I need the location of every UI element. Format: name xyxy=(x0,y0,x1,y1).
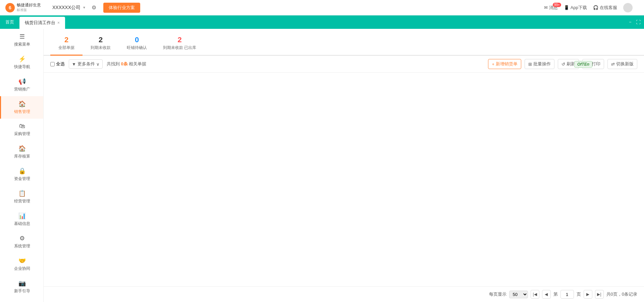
print-label: 打印 xyxy=(592,61,600,67)
guide-icon: 📷 xyxy=(18,280,26,287)
sidebar: ☰ 搜索菜单 ⚡ 快捷导航 📢 营销推广 🏠 销售管理 🛍 采购管理 🏠 库存核… xyxy=(0,29,44,302)
sidebar-item-purchase[interactable]: 🛍 采购管理 xyxy=(0,119,43,141)
batch-operation-button[interactable]: ⊞ 批量操作 xyxy=(525,59,554,69)
stat-label-overdue-out: 到期未收款 已出库 xyxy=(163,45,196,51)
tab-maximize-icon[interactable]: ⛶ xyxy=(636,19,641,25)
stat-num-overdue: 2 xyxy=(91,36,111,44)
app-download-label: App下载 xyxy=(571,5,587,11)
total-info: 共0页，0条记录 xyxy=(606,291,637,297)
add-order-label: 新增销货单 xyxy=(496,61,518,67)
tab-work-label: 钱货日清工作台 xyxy=(25,20,55,26)
logo-sub: 标准版 xyxy=(17,8,41,12)
sidebar-item-sales[interactable]: 🏠 销售管理 xyxy=(0,96,43,119)
message-button[interactable]: ✉ 消息 99+ xyxy=(544,5,558,11)
tab-minimize-icon[interactable]: － xyxy=(628,19,633,25)
finance-icon: 🔒 xyxy=(18,167,26,175)
last-page-button[interactable]: ▶| xyxy=(595,290,604,299)
select-all-label: 全选 xyxy=(56,61,65,67)
sidebar-item-search[interactable]: ☰ 搜索菜单 xyxy=(0,29,43,51)
tab-work[interactable]: 钱货日清工作台 × xyxy=(19,17,65,29)
stat-label-all: 全部单据 xyxy=(58,45,74,51)
sidebar-label-guide: 新手引导 xyxy=(14,288,30,294)
page-size-label: 每页显示 xyxy=(489,291,506,297)
switch-icon: ⇄ xyxy=(611,62,615,67)
stat-tab-pending[interactable]: 0 旺铺待确认 xyxy=(119,33,155,56)
sales-icon: 🏠 xyxy=(18,100,26,108)
avatar[interactable] xyxy=(623,3,633,12)
phone-icon: 📱 xyxy=(564,5,569,10)
search-icon: ☰ xyxy=(19,33,25,40)
sidebar-label-sales: 销售管理 xyxy=(14,109,30,115)
current-page-input[interactable] xyxy=(560,290,574,299)
sidebar-item-appcenter[interactable]: 📥 应用中心 xyxy=(0,298,43,302)
tab-home[interactable]: 首页 xyxy=(0,15,19,29)
marketing-icon: 📢 xyxy=(18,78,26,85)
stat-tab-all[interactable]: 2 全部单据 xyxy=(50,33,83,56)
add-order-button[interactable]: + 新增销货单 xyxy=(488,59,521,69)
tab-close-icon[interactable]: × xyxy=(57,20,60,25)
settings-icon[interactable]: ⚙ xyxy=(89,3,99,12)
service-icon: 🎧 xyxy=(593,5,598,10)
pagination-bar: 每页显示 50 10 20 100 |◀ ◀ 第 页 ▶ ▶| 共0页，0条记录 xyxy=(44,286,644,302)
chevron-down-icon: ▼ xyxy=(83,6,86,9)
logo-icon: 6 xyxy=(5,3,15,12)
count-info: 共找到 0条 相关单据 xyxy=(107,61,146,67)
sidebar-item-marketing[interactable]: 📢 营销推广 xyxy=(0,74,43,96)
switch-version-button[interactable]: ⇄ 切换新版 xyxy=(607,59,637,69)
app-download-button[interactable]: 📱 App下载 xyxy=(564,5,587,11)
sidebar-label-system: 系统管理 xyxy=(14,243,30,249)
stat-num-all: 2 xyxy=(58,36,74,44)
online-service-button[interactable]: 🎧 在线客服 xyxy=(593,5,617,11)
count-prefix: 共找到 xyxy=(107,61,120,66)
sidebar-label-purchase: 采购管理 xyxy=(14,131,30,137)
count-number: 0条 xyxy=(121,61,128,66)
first-page-button[interactable]: |◀ xyxy=(531,290,539,299)
often-badge: OfTEn xyxy=(574,61,592,68)
stat-tab-overdue-out[interactable]: 2 到期未收款 已出库 xyxy=(155,33,204,56)
sidebar-item-quicknav[interactable]: ⚡ 快捷导航 xyxy=(0,51,43,74)
filter-button[interactable]: ▼ 更多条件 ∨ xyxy=(69,59,103,69)
operations-icon: 📋 xyxy=(18,190,26,197)
select-all-input[interactable] xyxy=(50,62,55,66)
sidebar-item-baseinfo[interactable]: 📊 基础信息 xyxy=(0,208,43,231)
sidebar-label-marketing: 营销推广 xyxy=(14,86,30,92)
toolbar: 全选 ▼ 更多条件 ∨ 共找到 0条 相关单据 + 新增销货单 ⊞ 批量操作 xyxy=(44,56,644,73)
inventory-icon: 🏠 xyxy=(18,145,26,152)
sidebar-item-inventory[interactable]: 🏠 库存核算 xyxy=(0,141,43,163)
page-size-select[interactable]: 50 10 20 100 xyxy=(509,291,528,298)
next-page-button[interactable]: ▶ xyxy=(584,290,592,299)
stat-num-pending: 0 xyxy=(127,36,147,44)
tab-bar: 首页 钱货日清工作台 × － ⛶ xyxy=(0,15,644,29)
sidebar-label-enterprise: 企业协同 xyxy=(14,266,30,271)
toolbar-right: + 新增销货单 ⊞ 批量操作 ↺ 刷新 🖨 打印 ⇄ 切换新版 xyxy=(488,59,637,69)
sidebar-item-system[interactable]: ⚙ 系统管理 xyxy=(0,231,43,253)
logo-area: 6 畅捷通好生意 标准版 xyxy=(5,3,49,13)
filter-label: 更多条件 xyxy=(77,61,95,67)
stat-label-overdue: 到期未收款 xyxy=(91,45,111,51)
batch-label: 批量操作 xyxy=(533,61,551,67)
company-selector[interactable]: XXXXXX公司 ▼ xyxy=(52,5,86,11)
stat-num-overdue-out: 2 xyxy=(163,36,196,44)
sidebar-item-operations[interactable]: 📋 经营管理 xyxy=(0,186,43,208)
sidebar-label-search: 搜索菜单 xyxy=(14,42,30,47)
stat-tab-overdue[interactable]: 2 到期未收款 xyxy=(83,33,119,56)
purchase-icon: 🛍 xyxy=(19,123,25,130)
select-all-checkbox[interactable]: 全选 xyxy=(50,61,65,67)
logo-title: 畅捷通好生意 xyxy=(17,3,41,8)
tab-bar-actions: － ⛶ xyxy=(628,19,644,25)
message-icon: ✉ xyxy=(544,5,548,10)
content-area: 2 全部单据 2 到期未收款 0 旺铺待确认 2 到期未收款 已出库 全选 xyxy=(44,29,644,302)
table-area xyxy=(44,73,644,286)
sidebar-item-guide[interactable]: 📷 新手引导 xyxy=(0,276,43,298)
sidebar-label-quicknav: 快捷导航 xyxy=(14,64,30,70)
stats-tabs: 2 全部单据 2 到期未收款 0 旺铺待确认 2 到期未收款 已出库 xyxy=(44,29,644,56)
batch-icon: ⊞ xyxy=(528,62,532,67)
try-industry-button[interactable]: 体验行业方案 xyxy=(103,3,140,13)
stat-label-pending: 旺铺待确认 xyxy=(127,45,147,51)
switch-label: 切换新版 xyxy=(616,61,634,67)
sidebar-label-baseinfo: 基础信息 xyxy=(14,221,30,227)
company-name: XXXXXX公司 xyxy=(52,5,80,11)
sidebar-item-finance[interactable]: 🔒 资金管理 xyxy=(0,163,43,186)
prev-page-button[interactable]: ◀ xyxy=(542,290,551,299)
sidebar-item-enterprise[interactable]: 🤝 企业协同 xyxy=(0,253,43,276)
